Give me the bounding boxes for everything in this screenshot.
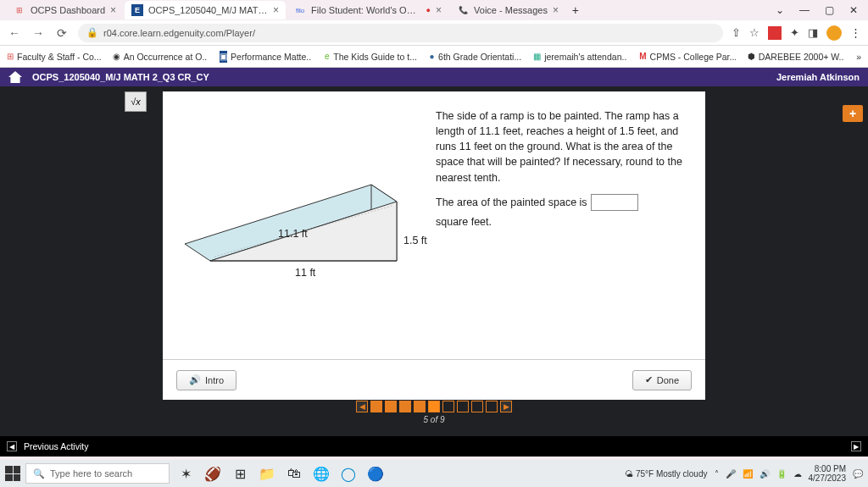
taskbar-app-icon[interactable]: ✶ [175,462,197,484]
store-icon[interactable]: 🛍 [283,462,305,484]
browser-tab[interactable]: ⊞ OCPS Dashboard × [7,1,123,19]
cloud-icon[interactable]: ☁ [793,469,802,479]
bookmark[interactable]: ◉An Occurrence at O... [113,51,208,63]
reload-button[interactable]: ⟳ [54,26,70,40]
progress-strip: ◀▶ 5 of 9 [356,401,512,424]
close-window-icon[interactable]: ✕ [849,4,858,16]
close-icon[interactable]: × [553,4,559,16]
intro-button[interactable]: 🔊 Intro [176,370,236,390]
clock[interactable]: 8:00 PM 4/27/2023 [809,464,847,483]
progress-text: 5 of 9 [356,415,512,424]
bookmark-icon: ◉ [113,51,120,63]
tray-chevron-icon[interactable]: ˄ [715,469,719,479]
browser-tab[interactable]: 📞 Voice - Messages × [450,1,565,19]
start-button[interactable] [5,466,20,481]
progress-cell[interactable] [428,401,440,412]
app-icon[interactable]: ◯ [337,462,359,484]
progress-cell[interactable] [457,401,469,412]
star-icon[interactable]: ☆ [749,26,760,39]
bookmark[interactable]: ▣Performance Matte... [220,51,312,63]
content-frame: 11.1 ft 1.5 ft 11 ft The side of a ramp … [163,91,705,400]
search-icon: 🔍 [33,468,45,479]
browser-tab[interactable]: filo Filo Student: World's Only Li ● × [287,1,448,19]
tab-title: Voice - Messages [474,5,548,15]
tab-favicon: ⊞ [14,4,25,16]
minimize-icon[interactable]: — [799,4,810,16]
ramp-figure: 11.1 ft 1.5 ft 11 ft [176,176,431,295]
extensions-icon[interactable]: ✦ [790,26,799,39]
menu-icon[interactable]: ⋮ [850,26,861,39]
browser-tab-active[interactable]: E OCPS_1205040_M/J MATH 2_Q3 × [125,1,286,19]
network-icon[interactable]: 📶 [743,469,753,479]
height-label: 1.5 ft [403,235,427,246]
course-header: OCPS_1205040_M/J MATH 2_Q3 CR_CY Jeremia… [0,68,868,86]
mic-icon[interactable]: 🎤 [726,469,736,479]
forward-button[interactable]: → [31,26,46,40]
bookmark[interactable]: ●6th Grade Orientati... [429,51,521,63]
progress-cell[interactable] [471,401,483,412]
battery-icon[interactable]: 🔋 [776,469,787,479]
maximize-icon[interactable]: ▢ [825,4,834,16]
taskbar-app-icon[interactable]: 🏈 [202,462,224,484]
done-button[interactable]: ✔ Done [632,370,692,390]
close-icon[interactable]: × [273,4,279,16]
new-tab-button[interactable]: + [567,3,584,17]
notifications-icon[interactable]: 💬 [853,469,863,479]
bookmark[interactable]: ⊞Faculty & Staff - Co... [7,51,101,63]
recording-dot-icon: ● [426,6,431,14]
bookmark-icon: M [639,51,646,63]
progress-next[interactable]: ▶ [500,401,512,412]
activity-nav-bar: ◀ Previous Activity ▶ [0,436,868,457]
browser-tab-strip: ⊞ OCPS Dashboard × E OCPS_1205040_M/J MA… [0,0,868,20]
question-text: The side of a ramp is to be painted. The… [436,108,692,185]
back-button[interactable]: ← [7,26,22,40]
bookmark-icon: ● [429,51,435,63]
progress-cell[interactable] [370,401,382,412]
volume-icon[interactable]: 🔊 [760,469,770,479]
bookmark[interactable]: ⬢DAREBEE 2000+ W... [748,51,844,63]
share-icon[interactable]: ⇧ [732,26,741,39]
bookmarks-bar: ⊞Faculty & Staff - Co... ◉An Occurrence … [0,46,868,68]
bookmark[interactable]: eThe Kids Guide to t... [324,51,417,63]
edge-icon[interactable]: 🌐 [310,462,332,484]
prev-activity-label[interactable]: Previous Activity [24,441,88,451]
url-input[interactable]: 🔒 r04.core.learn.edgenuity.com/Player/ [78,24,723,42]
check-icon: ✔ [645,374,653,385]
close-icon[interactable]: × [110,4,116,16]
window-controls: ⌄ — ▢ ✕ [776,4,868,16]
diagram: 11.1 ft 1.5 ft 11 ft [176,108,431,354]
extension-icon[interactable] [768,26,782,40]
home-icon[interactable] [8,71,22,83]
bookmark[interactable]: ▦jeremaih's attendan... [533,51,627,63]
chrome-icon[interactable]: 🔵 [364,462,387,484]
profile-avatar[interactable] [826,25,842,41]
answer-prefix: The area of the painted space is [436,195,587,210]
lock-icon: 🔒 [86,27,98,38]
progress-cell[interactable] [442,401,454,412]
file-explorer-icon[interactable]: 📁 [256,462,278,484]
content-footer: 🔊 Intro ✔ Done [163,359,705,400]
progress-prev[interactable]: ◀ [356,401,368,412]
course-title: OCPS_1205040_M/J MATH 2_Q3 CR_CY [32,72,209,82]
chevron-down-icon[interactable]: ⌄ [776,4,784,16]
prev-activity-arrow[interactable]: ◀ [7,441,17,451]
progress-cell[interactable] [414,401,426,412]
weather-widget[interactable]: 🌤 75°F Mostly cloudy [625,469,707,479]
side-panel-icon[interactable]: ◨ [808,26,818,39]
next-activity-arrow[interactable]: ▶ [851,441,861,451]
progress-cell[interactable] [385,401,397,412]
close-icon[interactable]: × [436,4,442,16]
bookmark[interactable]: MCPMS - College Par... [639,51,736,63]
audio-icon: 🔊 [189,374,201,385]
taskbar-search[interactable]: 🔍 Type here to search [25,463,170,484]
progress-cell[interactable] [399,401,411,412]
progress-cell[interactable] [486,401,498,412]
answer-input[interactable] [591,194,638,211]
answer-suffix: square feet. [436,214,492,230]
bookmarks-overflow[interactable]: » [856,52,861,62]
bookmark-icon: ▦ [533,51,541,63]
task-view-icon[interactable]: ⊞ [229,462,251,484]
math-tool-button[interactable]: √x [125,91,147,112]
work-area: √x + 11.1 ft 1.5 ft 11 ft The side of a … [0,86,868,436]
add-button[interactable]: + [843,105,863,122]
